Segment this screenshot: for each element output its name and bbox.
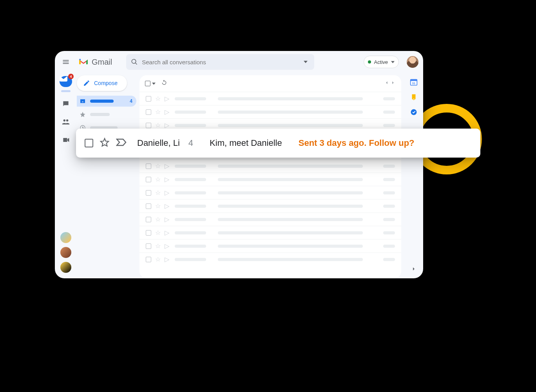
email-row-placeholder[interactable]: ☆▷ bbox=[139, 252, 401, 266]
nav-inbox[interactable]: 4 bbox=[77, 96, 136, 107]
mail-panel: ☆▷ ☆▷ ☆▷ ☆▷ ☆▷ ☆▷ ☆▷ ☆▷ ☆▷ ☆▷ ☆▷ bbox=[139, 75, 401, 278]
email-row-placeholder[interactable]: ☆▷ bbox=[139, 159, 401, 172]
list-toolbar bbox=[139, 75, 401, 92]
rail-mail[interactable]: 4 bbox=[60, 75, 72, 88]
row-star-button[interactable] bbox=[100, 137, 110, 149]
nav-inbox-count: 4 bbox=[130, 98, 132, 104]
row-important-button[interactable] bbox=[116, 138, 127, 149]
menu-icon bbox=[62, 58, 70, 66]
email-row-placeholder[interactable]: ☆▷ bbox=[139, 199, 401, 212]
row-thread-count: 4 bbox=[188, 138, 193, 148]
star-icon bbox=[80, 111, 86, 118]
nav-label bbox=[90, 113, 110, 116]
svg-text:31: 31 bbox=[412, 82, 415, 85]
chevron-right-icon bbox=[411, 266, 417, 272]
email-list: ☆▷ ☆▷ ☆▷ ☆▷ ☆▷ ☆▷ ☆▷ ☆▷ ☆▷ ☆▷ ☆▷ bbox=[139, 92, 401, 278]
email-row-placeholder[interactable]: ☆▷ bbox=[139, 212, 401, 226]
search-options-button[interactable] bbox=[302, 60, 310, 64]
email-row-placeholder[interactable]: ☆▷ bbox=[139, 239, 401, 252]
pinned-contact-2[interactable] bbox=[60, 247, 71, 258]
side-panel: 31 bbox=[404, 73, 423, 278]
caret-down-icon bbox=[152, 82, 156, 85]
compose-label: Compose bbox=[94, 80, 118, 86]
pinned-contact-3[interactable] bbox=[60, 262, 71, 273]
mail-badge: 4 bbox=[68, 74, 74, 79]
pinned-contact-1[interactable] bbox=[60, 232, 71, 243]
tasks-app[interactable] bbox=[410, 108, 418, 116]
people-icon bbox=[62, 118, 70, 126]
email-row-placeholder[interactable]: ☆▷ bbox=[139, 105, 401, 118]
gmail-logo-icon bbox=[78, 58, 89, 66]
app-rail: 4 bbox=[55, 73, 77, 278]
main-menu-button[interactable] bbox=[57, 53, 74, 71]
importance-marker-icon bbox=[116, 138, 127, 147]
page-prev-button[interactable] bbox=[384, 80, 389, 87]
refresh-icon bbox=[161, 80, 167, 86]
email-row-placeholder[interactable]: ☆▷ bbox=[139, 226, 401, 239]
header: Gmail Active bbox=[55, 51, 423, 73]
select-all-checkbox[interactable] bbox=[145, 81, 156, 86]
chevron-left-icon bbox=[384, 80, 389, 85]
svg-point-5 bbox=[411, 109, 417, 115]
keep-icon bbox=[410, 94, 417, 101]
rail-meet[interactable] bbox=[60, 134, 72, 146]
status-chip[interactable]: Active bbox=[364, 56, 399, 68]
main-area: ☆▷ ☆▷ ☆▷ ☆▷ ☆▷ ☆▷ ☆▷ ☆▷ ☆▷ ☆▷ ☆▷ bbox=[139, 73, 404, 278]
row-checkbox[interactable] bbox=[85, 139, 93, 147]
rail-chat[interactable] bbox=[60, 98, 72, 110]
gmail-wordmark: Gmail bbox=[92, 58, 112, 67]
rail-mail-indicator bbox=[61, 90, 71, 92]
email-row-placeholder[interactable]: ☆▷ bbox=[139, 186, 401, 199]
email-row-placeholder[interactable]: ☆▷ bbox=[139, 172, 401, 186]
page-next-button[interactable] bbox=[390, 80, 396, 87]
highlighted-email-row[interactable]: Danielle, Li 4 Kim, meet Danielle Sent 3… bbox=[76, 129, 480, 158]
svg-rect-2 bbox=[411, 80, 417, 81]
status-dot-icon bbox=[368, 60, 371, 64]
status-label: Active bbox=[374, 59, 388, 65]
caret-down-icon bbox=[304, 60, 308, 64]
calendar-icon: 31 bbox=[410, 78, 418, 86]
email-row-placeholder[interactable]: ☆▷ bbox=[139, 92, 401, 105]
compose-button[interactable]: Compose bbox=[77, 75, 127, 91]
rail-spaces[interactable] bbox=[60, 116, 72, 128]
tasks-icon bbox=[410, 109, 417, 116]
svg-rect-4 bbox=[413, 99, 415, 100]
account-avatar[interactable] bbox=[407, 56, 418, 68]
search-icon bbox=[131, 58, 138, 65]
gmail-window: Gmail Active 4 bbox=[55, 51, 423, 278]
inbox-icon bbox=[80, 98, 86, 104]
nav-starred[interactable] bbox=[77, 109, 136, 120]
chevron-right-icon bbox=[390, 80, 396, 85]
pencil-icon bbox=[83, 80, 90, 87]
chat-icon bbox=[62, 100, 70, 108]
row-nudge: Sent 3 days ago. Follow up? bbox=[299, 138, 415, 148]
video-icon bbox=[62, 136, 70, 144]
search-bar[interactable] bbox=[126, 54, 314, 70]
refresh-button[interactable] bbox=[161, 80, 167, 87]
sidebar: Compose 4 bbox=[77, 73, 139, 278]
nav-inbox-label bbox=[90, 100, 114, 103]
side-panel-toggle[interactable] bbox=[411, 266, 417, 274]
caret-down-icon bbox=[391, 60, 395, 64]
star-outline-icon bbox=[100, 137, 110, 147]
keep-app[interactable] bbox=[410, 93, 418, 101]
gmail-logo[interactable]: Gmail bbox=[78, 58, 112, 67]
row-sender: Danielle, Li bbox=[137, 138, 180, 148]
search-input[interactable] bbox=[142, 59, 298, 65]
calendar-app[interactable]: 31 bbox=[410, 78, 418, 86]
row-subject: Kim, meet Danielle bbox=[210, 138, 282, 148]
